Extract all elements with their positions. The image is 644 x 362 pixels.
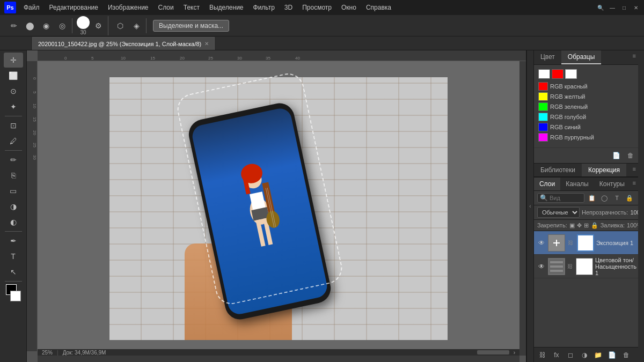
layer-item-huesat[interactable]: 👁 ⛓ Цветовой тон/Насыщенность 1: [534, 255, 638, 278]
swatch-row-yellow[interactable]: RGB желтый: [538, 92, 634, 101]
tab-layers[interactable]: Слои: [534, 178, 560, 190]
eyedropper-tool[interactable]: 🖊: [4, 134, 23, 149]
background-color[interactable]: [10, 291, 21, 301]
eraser-tool[interactable]: ▭: [4, 183, 23, 198]
tab-paths[interactable]: Контуры: [594, 178, 630, 190]
toolbar-brush-btn[interactable]: ✏: [6, 18, 21, 33]
search-button[interactable]: 🔍: [597, 4, 604, 11]
menu-text[interactable]: Текст: [179, 3, 204, 12]
tab-correction[interactable]: Коррекция: [582, 164, 626, 176]
menu-3d[interactable]: 3D: [280, 3, 297, 12]
link-layers-icon[interactable]: ⛓: [537, 350, 548, 360]
layer-visibility-huesat[interactable]: 👁: [537, 262, 546, 271]
menu-help[interactable]: Справка: [362, 3, 396, 12]
toolbar-settings-btn[interactable]: ⚙: [91, 18, 106, 33]
selection-mask-button[interactable]: Выделение и маска...: [153, 20, 229, 32]
menu-view[interactable]: Просмотр: [298, 3, 336, 12]
minimize-button[interactable]: —: [609, 4, 616, 11]
swatch-row-cyan[interactable]: RGB голубой: [538, 113, 634, 121]
menu-layers[interactable]: Слои: [154, 3, 178, 12]
right-panel-scrollbar[interactable]: [638, 50, 644, 362]
color-panel-options[interactable]: ≡: [631, 50, 638, 64]
new-group-icon[interactable]: 📁: [593, 350, 604, 360]
move-tool[interactable]: ✛: [4, 53, 23, 68]
layers-search: 🔍: [537, 193, 584, 203]
toolbar-brush-preset-btn[interactable]: ◉: [39, 18, 54, 33]
close-button[interactable]: ✕: [632, 4, 640, 11]
tab-libraries[interactable]: Библиотеки: [534, 164, 582, 176]
layer-link-huesat[interactable]: ⛓: [567, 263, 573, 269]
menu-filter[interactable]: Фильтр: [249, 3, 279, 12]
crop-tool[interactable]: ⊡: [4, 118, 23, 133]
layer-thumb-exposure: [548, 234, 565, 252]
swatch-red-top[interactable]: [552, 69, 564, 79]
layer-visibility-exposure[interactable]: 👁: [537, 239, 546, 247]
layers-panel-options[interactable]: ≡: [631, 178, 638, 190]
lib-panel-options[interactable]: ≡: [631, 164, 638, 176]
doc-tab-close[interactable]: ✕: [204, 41, 209, 47]
delete-swatch-icon[interactable]: 🗑: [625, 150, 636, 161]
lasso-tool[interactable]: ⊙: [4, 84, 23, 99]
right-panel-collapse[interactable]: ‹: [526, 50, 533, 362]
fg-bg-colors[interactable]: [4, 284, 23, 301]
layer-new-icon[interactable]: 📋: [587, 193, 597, 203]
clone-stamp-tool[interactable]: ⎘: [4, 168, 23, 183]
toolbar-option2-btn[interactable]: ◈: [129, 18, 144, 33]
swatch-row-green[interactable]: RGB зеленый: [538, 102, 634, 111]
canvas-scrollbar-v[interactable]: [519, 61, 526, 356]
lock-move-icon[interactable]: ✥: [577, 221, 582, 230]
toolbar-brush-mode-btn[interactable]: ◎: [55, 18, 70, 33]
gradient-tool[interactable]: ◑: [4, 199, 23, 214]
title-bar-left: Ps Файл Редактирование Изображение Слои …: [4, 2, 396, 13]
menu-select[interactable]: Выделение: [205, 3, 248, 12]
layer-effects-icon[interactable]: fx: [551, 350, 562, 360]
swatch-row-red[interactable]: RGB красный: [538, 82, 634, 91]
menu-edit[interactable]: Редактирование: [45, 3, 103, 12]
rect-select-tool[interactable]: ⬜: [4, 68, 23, 83]
brush-tool[interactable]: ✏: [4, 152, 23, 167]
swatch-white[interactable]: [538, 69, 550, 79]
layer-link-exposure[interactable]: ⛓: [567, 240, 574, 246]
menu-window[interactable]: Окно: [337, 3, 361, 12]
maximize-button[interactable]: □: [620, 4, 628, 11]
menu-file[interactable]: Файл: [19, 3, 44, 12]
title-bar: Ps Файл Редактирование Изображение Слои …: [0, 0, 644, 15]
layer-option1-icon[interactable]: ◯: [599, 193, 610, 203]
add-swatch-icon[interactable]: 📄: [611, 150, 622, 161]
lock-all-icon[interactable]: 🔒: [591, 221, 598, 230]
layers-search-input[interactable]: [550, 195, 582, 201]
canvas-area[interactable]: 0 5 10 15 20 25 30 35 40 0 5 10 15 20 25…: [27, 50, 526, 362]
adjustment-layer-icon[interactable]: ◑: [579, 350, 590, 360]
new-layer-icon[interactable]: 📄: [607, 350, 618, 360]
menu-image[interactable]: Изображение: [104, 3, 153, 12]
blend-mode-select[interactable]: Обычные: [537, 207, 580, 218]
lock-artboard-icon[interactable]: ⊞: [584, 221, 589, 230]
swatch-row-blue[interactable]: RGB синий: [538, 123, 634, 131]
pen-tool[interactable]: ✒: [4, 233, 23, 248]
layer-lock-icon[interactable]: 🔒: [624, 193, 635, 203]
quick-select-tool[interactable]: ✦: [4, 99, 23, 114]
tab-color[interactable]: Цвет: [534, 50, 561, 64]
tab-swatches[interactable]: Образцы: [561, 50, 601, 64]
type-tool[interactable]: T: [4, 249, 23, 264]
swatch-row-magenta[interactable]: RGB пурпурный: [538, 133, 634, 142]
layer-type-icon[interactable]: T: [612, 193, 623, 203]
scroll-arrow-right[interactable]: ›: [514, 350, 515, 356]
toolbar-brush-type-btn[interactable]: ⬤: [23, 18, 38, 33]
select-path-tool[interactable]: ↖: [4, 264, 23, 279]
canvas-document[interactable]: [38, 61, 519, 356]
tab-channels[interactable]: Каналы: [560, 178, 594, 190]
fill-value: 100%: [627, 222, 638, 228]
doc-tab-active[interactable]: 20200110_150422.jpg @ 25% (Экспозиция 1,…: [32, 37, 215, 50]
canvas-scrollbar-h[interactable]: [38, 356, 519, 362]
swatch-white2[interactable]: [565, 69, 577, 79]
layer-item-exposure[interactable]: 👁 ⛓ Экспозиция 1: [534, 231, 638, 255]
toolbar-option1-btn[interactable]: ⬡: [113, 18, 128, 33]
dodge-tool[interactable]: ◐: [4, 215, 23, 230]
layer-mask-footer-icon[interactable]: ◻: [565, 350, 576, 360]
vruler-mark-5: 5: [27, 91, 37, 93]
delete-layer-icon[interactable]: 🗑: [621, 350, 632, 360]
lock-pixels-icon[interactable]: ▣: [569, 221, 575, 230]
layers-list[interactable]: 👁 ⛓ Экспозиция 1 👁: [534, 231, 638, 347]
zoom-level: 25%: [42, 350, 53, 356]
